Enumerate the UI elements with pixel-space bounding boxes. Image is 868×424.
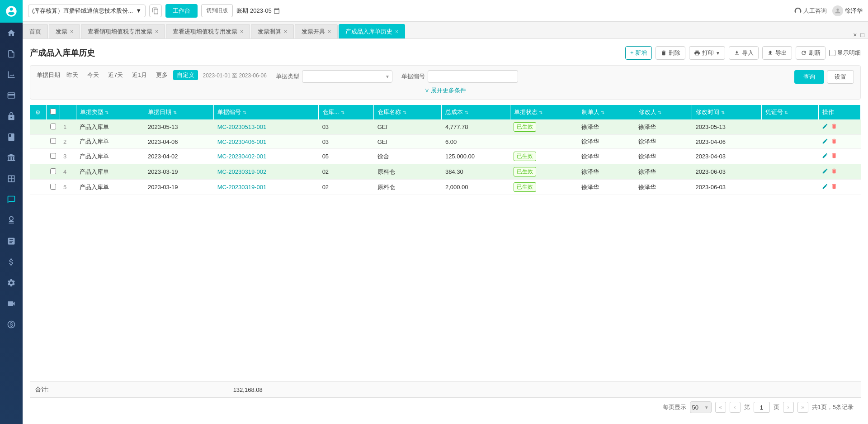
filter-settings-btn[interactable]: 设置	[827, 70, 854, 84]
col-modify-time[interactable]: 修改时间 ⇅	[692, 105, 761, 119]
sidebar-item-video[interactable]	[0, 293, 23, 314]
user-area[interactable]: 徐泽华	[832, 5, 863, 16]
print-btn[interactable]: 打印 ▼	[689, 46, 725, 60]
show-detail-checkbox[interactable]	[829, 50, 835, 56]
date-btn-more[interactable]: 更多	[152, 70, 171, 80]
edit-icon-3[interactable]	[822, 168, 828, 176]
row-checkbox-cell[interactable]	[46, 119, 60, 135]
sidebar-item-tax[interactable]	[0, 85, 23, 106]
row-checkbox-2[interactable]	[50, 153, 56, 159]
tab-product-history[interactable]: 产成品入库单历史 ×	[339, 24, 405, 38]
row-number-cell[interactable]: MC-20230319-001	[214, 180, 319, 195]
col-type[interactable]: 单据类型 ⇅	[76, 105, 144, 119]
row-checkbox-cell[interactable]	[46, 135, 60, 149]
edit-icon-1[interactable]	[822, 138, 828, 146]
delete-icon-3[interactable]	[831, 168, 837, 176]
delete-icon-4[interactable]	[831, 183, 837, 191]
add-btn[interactable]: + 新增	[625, 46, 652, 60]
col-voucher[interactable]: 凭证号 ⇅	[761, 105, 818, 119]
row-checkbox-4[interactable]	[50, 184, 56, 190]
sidebar-item-salary[interactable]	[0, 252, 23, 272]
row-number-cell[interactable]: MC-20230406-001	[214, 135, 319, 149]
col-warehouse-name[interactable]: 仓库名称 ⇅	[374, 105, 442, 119]
home-icon	[7, 29, 16, 38]
next-page-btn[interactable]: ›	[783, 402, 794, 413]
col-modifier[interactable]: 修改人 ⇅	[635, 105, 692, 119]
row-number-cell[interactable]: MC-20230319-002	[214, 164, 319, 180]
workbench-btn[interactable]: 工作台	[165, 4, 198, 18]
sidebar-item-inventory[interactable]	[0, 189, 23, 210]
sidebar-item-chart[interactable]	[0, 64, 23, 85]
search-btn[interactable]: 查询	[794, 70, 824, 84]
tab-invoice[interactable]: 发票 ×	[49, 24, 80, 38]
col-date[interactable]: 单据日期 ⇅	[144, 105, 214, 119]
import-btn[interactable]: 导入	[729, 46, 759, 60]
col-number[interactable]: 单据编号 ⇅	[214, 105, 319, 119]
tab-calc[interactable]: 发票测算 ×	[251, 24, 294, 38]
row-checkbox-3[interactable]	[50, 168, 56, 174]
first-page-btn[interactable]: «	[715, 402, 726, 413]
expand-btn[interactable]: ∨ 展开更多条件	[425, 86, 467, 95]
row-number-cell[interactable]: MC-20230513-001	[214, 119, 319, 135]
tab-sales-vat[interactable]: 查看销项增值税专用发票 ×	[81, 24, 165, 38]
refresh-btn[interactable]: 刷新	[796, 46, 826, 60]
select-all-checkbox[interactable]	[50, 109, 56, 114]
edit-icon-2[interactable]	[822, 152, 828, 160]
sidebar-item-table[interactable]	[0, 168, 23, 189]
date-btn-yesterday[interactable]: 昨天	[63, 70, 82, 80]
date-btn-custom[interactable]: 自定义	[173, 70, 198, 80]
row-checkbox-1[interactable]	[50, 138, 56, 144]
delete-icon-1[interactable]	[831, 138, 837, 146]
help-btn[interactable]: 人工咨询	[794, 7, 827, 15]
sidebar-item-asset[interactable]	[0, 231, 23, 252]
edit-icon-4[interactable]	[822, 183, 828, 191]
tab-open-invoice[interactable]: 发票开具 ×	[295, 24, 338, 38]
last-page-btn[interactable]: »	[797, 402, 808, 413]
sidebar-item-version[interactable]	[0, 314, 23, 335]
maximize-btn[interactable]: □	[861, 31, 864, 38]
doc-icon-btn[interactable]	[149, 5, 162, 17]
row-checkbox-cell[interactable]	[46, 164, 60, 180]
type-select[interactable]	[302, 70, 392, 83]
col-settings[interactable]: ⚙	[30, 105, 46, 119]
sidebar-item-bank[interactable]	[0, 148, 23, 168]
col-warehouse-code[interactable]: 仓库... ⇅	[319, 105, 374, 119]
row-checkbox-0[interactable]	[50, 124, 56, 129]
sidebar-item-book[interactable]	[0, 127, 23, 148]
delete-icon-0[interactable]	[831, 123, 837, 131]
row-number-cell[interactable]: MC-20230402-001	[214, 149, 319, 164]
edit-icon-0[interactable]	[822, 123, 828, 131]
tab-sales-vat-close[interactable]: ×	[155, 29, 158, 35]
sidebar-item-lock[interactable]	[0, 106, 23, 127]
tab-open-invoice-close[interactable]: ×	[328, 29, 331, 35]
sidebar-item-stamp[interactable]	[0, 210, 23, 231]
tab-purchase-vat-close[interactable]: ×	[240, 29, 243, 35]
date-btn-today[interactable]: 今天	[84, 70, 103, 80]
col-checkbox[interactable]	[46, 105, 60, 119]
delete-icon-2[interactable]	[831, 152, 837, 160]
sidebar-item-home[interactable]	[0, 23, 23, 43]
app-selector[interactable]: (库存核算）直播轻绒通信息技术股份... ▼	[28, 5, 146, 17]
number-input[interactable]	[428, 70, 518, 83]
tab-invoice-close[interactable]: ×	[70, 29, 73, 35]
old-version-btn[interactable]: 切到旧版	[201, 4, 233, 17]
tab-home[interactable]: 首页	[23, 24, 48, 38]
export-btn[interactable]: 导出	[762, 46, 792, 60]
sidebar-item-settings2[interactable]	[0, 272, 23, 293]
col-status[interactable]: 单据状态 ⇅	[510, 105, 578, 119]
col-creator[interactable]: 制单人 ⇅	[578, 105, 635, 119]
page-input[interactable]	[754, 402, 770, 413]
date-btn-7days[interactable]: 近7天	[104, 70, 127, 80]
delete-btn[interactable]: 删除	[656, 46, 685, 60]
prev-page-btn[interactable]: ‹	[730, 402, 741, 413]
tab-calc-close[interactable]: ×	[284, 29, 287, 35]
col-total-cost[interactable]: 总成本 ⇅	[442, 105, 510, 119]
date-btn-1month[interactable]: 近1月	[128, 70, 151, 80]
row-checkbox-cell[interactable]	[46, 180, 60, 195]
tab-product-history-close[interactable]: ×	[395, 29, 398, 35]
close-all-btn[interactable]: ×	[853, 31, 857, 38]
row-checkbox-cell[interactable]	[46, 149, 60, 164]
tab-purchase-vat[interactable]: 查看进项增值税专用发票 ×	[166, 24, 250, 38]
sidebar-item-document[interactable]	[0, 43, 23, 64]
per-page-select[interactable]: 20 50 100	[690, 401, 712, 413]
